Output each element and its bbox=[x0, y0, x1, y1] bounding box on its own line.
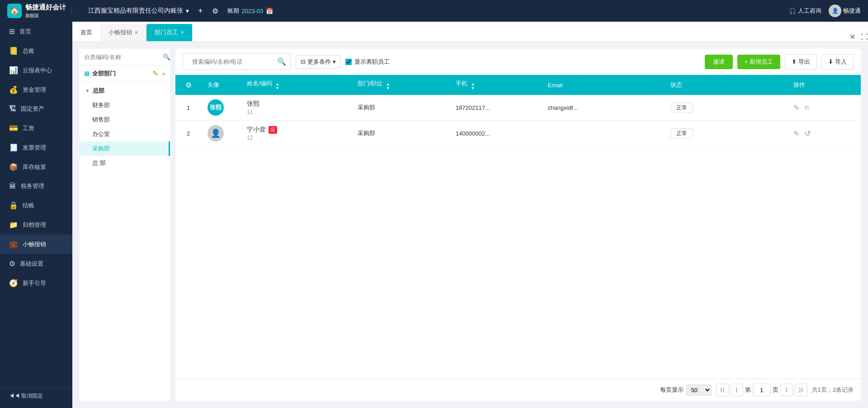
sidebar-item-expense[interactable]: 💼 小畅报销 bbox=[0, 234, 72, 254]
table-row: 1张熙张熙11采购部187202117...zhangxidf...正常✎⎋ bbox=[175, 95, 861, 121]
dept-header: ⊞ 全部部门 ✎ « bbox=[80, 66, 170, 82]
employee-search-icon[interactable]: 🔍 bbox=[277, 57, 286, 66]
avatar-circle: 张熙 bbox=[208, 99, 224, 116]
col-settings[interactable]: ⚙ bbox=[175, 75, 201, 95]
cloud-reports-icon: 📊 bbox=[9, 66, 18, 75]
dept-edit-icon[interactable]: ✎ bbox=[152, 69, 158, 78]
sidebar-item-funds[interactable]: 💰 资金管理 bbox=[0, 80, 72, 99]
expand-arrow: ▼ bbox=[85, 88, 90, 94]
export-button[interactable]: ⬆ 导出 bbox=[785, 54, 817, 70]
row-email: zhangxidf... bbox=[542, 95, 665, 121]
window-close-button[interactable]: ✕ bbox=[849, 33, 855, 41]
edit-icon[interactable]: ✎ bbox=[793, 129, 799, 138]
filter-icon: ⊟ bbox=[301, 58, 306, 65]
row-dept: 采购部 bbox=[351, 121, 449, 146]
employee-table: ⚙ 头像 姓名/编码 ▲▼ 部门/职位 ▲▼ bbox=[175, 75, 861, 379]
employee-name-text: 宁小壹 bbox=[247, 126, 266, 134]
last-page-button[interactable]: ⟩⟩ bbox=[795, 384, 807, 396]
employee-search-input[interactable] bbox=[188, 56, 274, 67]
logo-icon: 🏠 bbox=[7, 4, 22, 18]
tab-expense-close[interactable]: × bbox=[135, 29, 138, 36]
sidebar-item-archive[interactable]: 📁 归档管理 bbox=[0, 215, 72, 234]
add-employee-button[interactable]: + 新增员工 bbox=[737, 55, 780, 69]
col-dept[interactable]: 部门/职位 ▲▼ bbox=[351, 75, 449, 95]
topbar-right: 🎧 人工咨询 👤 畅捷通 bbox=[789, 5, 861, 17]
more-filter-button[interactable]: ⊟ 更多条件 ▾ bbox=[296, 55, 341, 69]
sidebar-item-settings[interactable]: ⚙ 基础设置 bbox=[0, 254, 72, 273]
page-size-dropdown[interactable]: 50 10 20 100 bbox=[686, 385, 712, 396]
page-navigation: ⟨⟨ ⟨ 第 页 ⟩ ⟩⟩ bbox=[716, 384, 807, 396]
col-status: 状态 bbox=[664, 75, 787, 95]
col-name[interactable]: 姓名/编码 ▲▼ bbox=[241, 75, 351, 95]
dept-item-caiwu[interactable]: 财务部 bbox=[80, 98, 170, 113]
sidebar-item-home[interactable]: ⊞ 首页 bbox=[0, 22, 72, 41]
calendar-icon[interactable]: 📅 bbox=[266, 8, 273, 14]
col-phone[interactable]: 手机 ▲▼ bbox=[449, 75, 542, 95]
add-company-icon[interactable]: + bbox=[198, 6, 203, 16]
row-actions: ✎↺ bbox=[787, 121, 861, 146]
guide-icon: 🧭 bbox=[9, 279, 18, 287]
sidebar-item-cloud-reports[interactable]: 📊 云报表中心 bbox=[0, 61, 72, 80]
row-index: 2 bbox=[175, 121, 201, 146]
table-row: 2👤宁小壹应12采购部140000002...正常✎↺ bbox=[175, 121, 861, 146]
page-total: 共1页，2条记录 bbox=[812, 386, 854, 394]
first-page-button[interactable]: ⟨⟨ bbox=[716, 384, 729, 396]
page-number-input[interactable] bbox=[753, 384, 771, 396]
edit-icon[interactable]: ✎ bbox=[793, 103, 799, 112]
dept-item-bangongshi[interactable]: 办公室 bbox=[80, 127, 170, 141]
sidebar-item-inventory[interactable]: 📦 库存核算 bbox=[0, 157, 72, 177]
customer-service[interactable]: 🎧 人工咨询 bbox=[789, 7, 821, 15]
show-resigned-checkbox-label[interactable]: 显示离职员工 bbox=[345, 58, 390, 66]
dept-label: 销售部 bbox=[92, 116, 110, 124]
sidebar-item-tax[interactable]: 🏛 税务管理 bbox=[0, 177, 72, 196]
company-name[interactable]: 江西服宝精品有限责任公司内账张 ▾ bbox=[88, 7, 189, 15]
table-settings-icon[interactable]: ⚙ bbox=[185, 81, 192, 89]
window-expand-button[interactable]: ⛶ bbox=[861, 33, 868, 41]
invite-button[interactable]: 邀请 bbox=[705, 55, 733, 69]
export-icon: ⬆ bbox=[792, 58, 797, 65]
dept-search-icon[interactable]: 🔍 bbox=[163, 53, 170, 61]
import-button[interactable]: ⬇ 导入 bbox=[821, 54, 854, 70]
dept-item-zongbu-parent[interactable]: ▼ 总部 bbox=[80, 84, 170, 98]
settings-icon[interactable]: ⚙ bbox=[212, 7, 218, 15]
company-dropdown-icon[interactable]: ▾ bbox=[186, 7, 189, 14]
dept-sort-icon[interactable]: ▲▼ bbox=[386, 82, 390, 90]
row-phone: 187202117... bbox=[449, 95, 542, 121]
tab-department-close[interactable]: × bbox=[181, 29, 184, 36]
tab-department[interactable]: 部门员工 × bbox=[146, 24, 193, 41]
avatar-placeholder: 👤 bbox=[208, 125, 224, 141]
sidebar-item-guide[interactable]: 🧭 新手引导 bbox=[0, 273, 72, 293]
row-name: 宁小壹应12 bbox=[241, 121, 351, 146]
sidebar-item-fixed-assets[interactable]: 🏗 固定资产 bbox=[0, 99, 72, 118]
topbar: 🏠 畅捷通好会计 旗舰版 江西服宝精品有限责任公司内账张 ▾ + ⚙ 账期 20… bbox=[0, 0, 868, 22]
name-sort-icon[interactable]: ▲▼ bbox=[275, 82, 279, 90]
delete-icon[interactable]: ↺ bbox=[805, 129, 811, 138]
row-email bbox=[542, 121, 665, 146]
logout-icon[interactable]: ⎋ bbox=[805, 103, 809, 112]
dept-search-input[interactable] bbox=[84, 54, 160, 61]
app-sub: 旗舰版 bbox=[25, 13, 66, 19]
salary-icon: 💳 bbox=[9, 124, 18, 132]
archive-icon: 📁 bbox=[9, 220, 18, 229]
sidebar-item-salary[interactable]: 💳 工资 bbox=[0, 118, 72, 138]
tab-home[interactable]: 首页 bbox=[72, 24, 100, 41]
employee-code-text: 11 bbox=[247, 109, 345, 115]
col-email: Email bbox=[542, 75, 665, 95]
tab-expense[interactable]: 小畅报销 × bbox=[100, 24, 146, 41]
sidebar-item-ledger[interactable]: 📒 总账 bbox=[0, 41, 72, 61]
dept-item-xiaoshou[interactable]: 销售部 bbox=[80, 113, 170, 127]
phone-sort-icon[interactable]: ▲▼ bbox=[471, 82, 475, 90]
row-avatar: 👤 bbox=[201, 121, 241, 146]
prev-page-button[interactable]: ⟨ bbox=[731, 384, 743, 396]
dept-collapse-icon[interactable]: « bbox=[162, 70, 165, 77]
sidebar-item-invoice[interactable]: 🧾 发票管理 bbox=[0, 138, 72, 157]
dept-item-zongbu2[interactable]: 总 部 bbox=[80, 156, 170, 170]
user-account[interactable]: 👤 畅捷通 bbox=[829, 5, 861, 17]
sidebar-item-close[interactable]: 🔒 结账 bbox=[0, 196, 72, 215]
show-resigned-checkbox[interactable] bbox=[345, 59, 352, 65]
next-page-button[interactable]: ⟩ bbox=[780, 384, 793, 396]
cancel-fixed-button[interactable]: ◀◀ 取消固定 bbox=[0, 387, 72, 404]
action-icons-group: ✎⎋ bbox=[793, 103, 854, 112]
close-books-icon: 🔒 bbox=[9, 201, 18, 210]
dept-item-caigou[interactable]: 采购部 bbox=[80, 141, 170, 156]
